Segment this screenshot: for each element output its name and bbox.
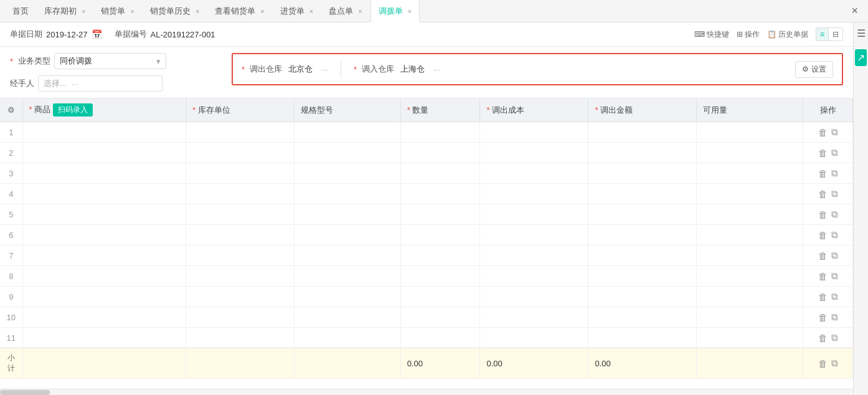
row-unit[interactable] xyxy=(186,307,295,328)
copy-icon[interactable]: ⧉ xyxy=(831,270,838,282)
th-settings[interactable]: ⚙ xyxy=(0,98,22,122)
row-avail[interactable] xyxy=(697,245,803,266)
delete-icon[interactable]: 🗑 xyxy=(818,312,828,323)
row-product[interactable] xyxy=(22,163,186,184)
tab-stocktake[interactable]: 盘点单 × xyxy=(321,0,370,22)
row-cost[interactable] xyxy=(480,245,588,266)
tab-sales-order[interactable]: 销货单 × xyxy=(93,0,142,22)
out-warehouse-dots-button[interactable]: ··· xyxy=(321,65,328,74)
row-qty[interactable] xyxy=(400,122,480,143)
delete-icon[interactable]: 🗑 xyxy=(818,127,828,138)
row-qty[interactable] xyxy=(400,307,480,328)
copy-icon[interactable]: ⧉ xyxy=(831,250,838,261)
row-product[interactable] xyxy=(22,122,186,143)
copy-icon[interactable]: ⧉ xyxy=(831,312,838,323)
tab-transfer-close[interactable]: × xyxy=(408,7,412,15)
copy-icon[interactable]: ⧉ xyxy=(831,332,838,343)
row-unit[interactable] xyxy=(186,163,295,184)
row-amount[interactable] xyxy=(588,163,697,184)
tab-inventory-init[interactable]: 库存期初 × xyxy=(37,0,93,22)
row-spec[interactable] xyxy=(295,266,400,287)
row-product[interactable] xyxy=(22,143,186,163)
row-cost[interactable] xyxy=(480,184,588,204)
row-amount[interactable] xyxy=(588,184,697,204)
subtotal-delete-icon[interactable]: 🗑 xyxy=(818,358,828,369)
row-cost[interactable] xyxy=(480,163,588,184)
calendar-icon[interactable]: 📅 xyxy=(92,29,102,39)
row-product[interactable] xyxy=(22,287,186,307)
row-unit[interactable] xyxy=(186,122,295,143)
row-product[interactable] xyxy=(22,225,186,245)
tab-purchase-order[interactable]: 进货单 × xyxy=(273,0,321,22)
row-qty[interactable] xyxy=(400,266,480,287)
row-amount[interactable] xyxy=(588,225,697,245)
row-amount[interactable] xyxy=(588,122,697,143)
row-avail[interactable] xyxy=(697,225,803,245)
row-spec[interactable] xyxy=(295,287,400,307)
tab-stocktake-close[interactable]: × xyxy=(358,7,362,15)
row-spec[interactable] xyxy=(295,307,400,328)
row-spec[interactable] xyxy=(295,163,400,184)
row-qty[interactable] xyxy=(400,245,480,266)
delete-icon[interactable]: 🗑 xyxy=(818,148,828,158)
view-list-button[interactable]: ≡ xyxy=(816,28,829,40)
row-product[interactable] xyxy=(22,245,186,266)
row-amount[interactable] xyxy=(588,245,697,266)
row-cost[interactable] xyxy=(480,328,588,348)
row-cost[interactable] xyxy=(480,307,588,328)
row-unit[interactable] xyxy=(186,266,295,287)
subtotal-copy-icon[interactable]: ⧉ xyxy=(831,358,838,369)
row-avail[interactable] xyxy=(697,307,803,328)
delete-icon[interactable]: 🗑 xyxy=(818,250,828,261)
row-product[interactable] xyxy=(22,204,186,225)
row-spec[interactable] xyxy=(295,122,400,143)
row-qty[interactable] xyxy=(400,204,480,225)
row-product[interactable] xyxy=(22,307,186,328)
row-qty[interactable] xyxy=(400,328,480,348)
row-unit[interactable] xyxy=(186,245,295,266)
tab-inventory-init-close[interactable]: × xyxy=(82,7,85,15)
row-unit[interactable] xyxy=(186,184,295,204)
operations-button[interactable]: ⊞ 操作 xyxy=(737,29,760,40)
row-cost[interactable] xyxy=(480,287,588,307)
window-close-button[interactable]: × xyxy=(846,4,863,17)
tab-view-sales-close[interactable]: × xyxy=(260,7,264,15)
row-product[interactable] xyxy=(22,266,186,287)
tab-purchase-order-close[interactable]: × xyxy=(309,7,313,15)
row-cost[interactable] xyxy=(480,266,588,287)
row-cost[interactable] xyxy=(480,204,588,225)
tab-sales-history[interactable]: 销货单历史 × xyxy=(143,0,207,22)
tab-sales-order-close[interactable]: × xyxy=(130,7,134,15)
sidebar-list-icon[interactable]: ☰ xyxy=(857,27,866,39)
row-qty[interactable] xyxy=(400,163,480,184)
row-amount[interactable] xyxy=(588,287,697,307)
row-avail[interactable] xyxy=(697,266,803,287)
row-avail[interactable] xyxy=(697,143,803,163)
row-cost[interactable] xyxy=(480,143,588,163)
history-button[interactable]: 📋 历史单据 xyxy=(767,29,808,40)
row-avail[interactable] xyxy=(697,328,803,348)
row-qty[interactable] xyxy=(400,184,480,204)
row-spec[interactable] xyxy=(295,204,400,225)
row-qty[interactable] xyxy=(400,143,480,163)
delete-icon[interactable]: 🗑 xyxy=(818,189,828,199)
row-amount[interactable] xyxy=(588,266,697,287)
row-qty[interactable] xyxy=(400,287,480,307)
row-avail[interactable] xyxy=(697,204,803,225)
row-unit[interactable] xyxy=(186,287,295,307)
tab-view-sales[interactable]: 查看销货单 × xyxy=(207,0,272,22)
row-amount[interactable] xyxy=(588,307,697,328)
delete-icon[interactable]: 🗑 xyxy=(818,292,828,302)
in-warehouse-dots-button[interactable]: ··· xyxy=(433,65,440,74)
row-avail[interactable] xyxy=(697,122,803,143)
row-unit[interactable] xyxy=(186,204,295,225)
delete-icon[interactable]: 🗑 xyxy=(818,230,828,240)
row-spec[interactable] xyxy=(295,184,400,204)
delete-icon[interactable]: 🗑 xyxy=(818,209,828,220)
row-cost[interactable] xyxy=(480,225,588,245)
copy-icon[interactable]: ⧉ xyxy=(831,229,838,240)
row-unit[interactable] xyxy=(186,328,295,348)
row-amount[interactable] xyxy=(588,204,697,225)
row-avail[interactable] xyxy=(697,287,803,307)
operator-select[interactable]: 选择... ··· xyxy=(38,75,163,92)
